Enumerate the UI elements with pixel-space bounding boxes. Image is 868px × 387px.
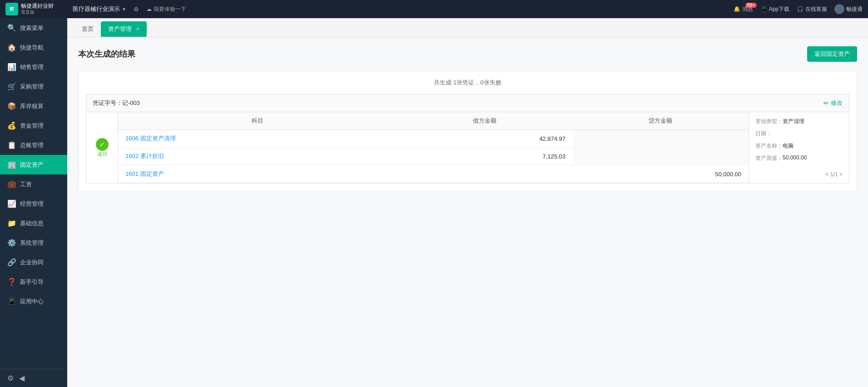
- headset-icon: 🎧: [797, 6, 804, 12]
- sidebar-item-guide[interactable]: ❓ 新手引导: [0, 272, 67, 292]
- tab-bar: 首页 资产管理 ×: [67, 18, 868, 37]
- sidebar-item-sales[interactable]: 📊 销售管理: [0, 57, 67, 77]
- sidebar-label-operations: 经营管理: [20, 200, 44, 208]
- cell-subject: 1601 固定资产: [118, 165, 397, 183]
- tab-asset-label: 资产管理: [108, 25, 132, 32]
- cell-debit: 42,874.97: [397, 130, 573, 148]
- summary-text: 共生成 1张凭证，0张失败: [434, 79, 501, 86]
- settings-icon[interactable]: ⚙: [130, 3, 143, 15]
- cell-subject: 1606 固定资产清理: [118, 130, 397, 148]
- expand-panel-button[interactable]: ⤢: [846, 46, 857, 57]
- cell-credit: 50,000.00: [573, 165, 749, 183]
- sidebar-label-quick-nav: 快捷导航: [20, 44, 44, 52]
- notifications-btn[interactable]: 🔔 消息 99+: [734, 5, 753, 13]
- sidebar-label-purchase: 采购管理: [20, 83, 44, 91]
- app-download-btn[interactable]: 📱 App下载: [760, 5, 789, 13]
- date-label: 日期：: [755, 130, 783, 138]
- cell-credit: [573, 130, 749, 148]
- cart-icon: 🛒: [7, 82, 16, 91]
- sidebar-item-inventory[interactable]: 📦 库存核算: [0, 96, 67, 116]
- sidebar-item-fixed-assets[interactable]: 🏢 固定资产: [0, 155, 67, 174]
- phone-icon: 📱: [760, 6, 767, 12]
- sidebar-label-payroll: 工资: [20, 180, 32, 189]
- side-info-asset-name: 资产名称： 电脑: [755, 142, 843, 150]
- col-debit: 借方金额: [397, 112, 573, 130]
- tab-asset-management[interactable]: 资产管理 ×: [101, 21, 147, 37]
- money-icon: 💰: [7, 121, 16, 130]
- sidebar-item-search[interactable]: 🔍 搜索菜单: [0, 18, 67, 38]
- top-bar-right: 🔔 消息 99+ 📱 App下载 🎧 在线客服 👤 畅捷通: [734, 4, 863, 14]
- settings-bottom-icon[interactable]: ⚙: [7, 374, 14, 382]
- sidebar-item-enterprise[interactable]: 🔗 企业协同: [0, 253, 67, 272]
- bell-icon: 🔔: [734, 6, 740, 12]
- sidebar-item-system[interactable]: ⚙️ 系统管理: [0, 233, 67, 253]
- user-menu[interactable]: 👤 畅捷通: [834, 4, 863, 14]
- page-title: 本次生成的结果: [78, 49, 135, 60]
- sidebar-item-operations[interactable]: 📈 经营管理: [0, 194, 67, 213]
- online-service-btn[interactable]: 🎧 在线客服: [797, 5, 827, 13]
- pagination[interactable]: < 1/1 >: [755, 171, 843, 178]
- sidebar-label-inventory: 库存核算: [20, 102, 44, 110]
- panel-controls: ✕ ⤢: [832, 46, 857, 57]
- notifications-badge: 99+: [745, 3, 757, 8]
- avatar: 👤: [834, 4, 844, 14]
- cell-credit: [573, 148, 749, 165]
- table-row: 1602 累计折旧7,125.03: [118, 148, 749, 165]
- top-bar: 财 畅捷通好业财 普及版 医疗器械行业演示 ▼ ⚙ ☁ 我要体验一下 🔔 消息 …: [0, 0, 868, 18]
- cell-debit: 7,125.03: [397, 148, 573, 165]
- folder-icon: 📁: [7, 219, 16, 228]
- logo: 财 畅捷通好业财 普及版: [5, 3, 73, 15]
- asset-name-value: 电脑: [783, 142, 794, 150]
- page-header: 本次生成的结果 返回固定资产: [78, 46, 857, 62]
- close-panel-button[interactable]: ✕: [832, 46, 843, 57]
- voucher-body: ✓ 成功 科目 借方金额 贷方金额: [86, 112, 849, 183]
- chevron-down-icon: ▼: [122, 7, 126, 12]
- sidebar-item-app-center[interactable]: 📱 应用中心: [0, 292, 67, 311]
- change-type-label: 变动类型：: [755, 118, 783, 125]
- logo-icon: 财: [5, 3, 18, 15]
- edit-voucher-button[interactable]: ✏ 修改: [823, 99, 843, 107]
- main-layout: 🔍 搜索菜单 🏠 快捷导航 📊 销售管理 🛒 采购管理 📦 库存核算 💰 资金管…: [0, 18, 868, 387]
- briefcase-icon: 💼: [7, 180, 16, 189]
- company-name: 医疗器械行业演示: [73, 5, 120, 13]
- tab-close-icon[interactable]: ×: [136, 26, 139, 32]
- sidebar-item-funds[interactable]: 💰 资金管理: [0, 116, 67, 135]
- col-credit: 贷方金额: [573, 112, 749, 130]
- sidebar-item-base-info[interactable]: 📁 基础信息: [0, 213, 67, 233]
- pagination-next[interactable]: >: [839, 171, 843, 178]
- sidebar-bottom: ⚙ ◀: [0, 369, 67, 387]
- experience-button[interactable]: ☁ 我要体验一下: [146, 5, 186, 13]
- table-row: 1601 固定资产50,000.00: [118, 165, 749, 183]
- link-icon: 🔗: [7, 258, 16, 267]
- cloud-icon: ☁: [146, 6, 152, 12]
- apps-icon: 📱: [7, 297, 16, 306]
- company-selector[interactable]: 医疗器械行业演示 ▼: [73, 5, 126, 13]
- sidebar-label-app-center: 应用中心: [20, 298, 44, 306]
- voucher-section: 凭证字号：记-003 ✏ 修改 ✓ 成功: [86, 94, 849, 184]
- pagination-label: 1/1: [830, 171, 839, 178]
- sidebar-item-ledger[interactable]: 📋 总账管理: [0, 135, 67, 155]
- cell-subject: 1602 累计折旧: [118, 148, 397, 165]
- tab-home[interactable]: 首页: [74, 21, 101, 37]
- side-info-date: 日期：: [755, 130, 843, 138]
- voucher-table-section: 科目 借方金额 贷方金额 1606 固定资产清理42,874.971602 累计…: [118, 112, 749, 183]
- success-icon: ✓: [96, 138, 109, 151]
- sidebar-item-payroll[interactable]: 💼 工资: [0, 174, 67, 194]
- sidebar-label-base-info: 基础信息: [20, 219, 44, 228]
- sidebar-item-quick-nav[interactable]: 🏠 快捷导航: [0, 38, 67, 57]
- asset-value-value: 50,000.00: [783, 154, 807, 162]
- pagination-prev[interactable]: <: [826, 171, 829, 178]
- change-type-value: 资产清理: [783, 118, 804, 125]
- app-download-label: App下载: [769, 5, 789, 13]
- collapse-sidebar-icon[interactable]: ◀: [19, 374, 25, 382]
- result-panel: 共生成 1张凭证，0张失败 凭证字号：记-003 ✏ 修改: [78, 71, 857, 191]
- voucher-table: 科目 借方金额 贷方金额 1606 固定资产清理42,874.971602 累计…: [118, 112, 749, 183]
- sidebar-label-enterprise: 企业协同: [20, 258, 44, 267]
- sidebar-label-system: 系统管理: [20, 239, 44, 247]
- success-label: 成功: [97, 151, 107, 158]
- voucher-number: 凭证字号：记-003: [93, 99, 140, 107]
- col-subject: 科目: [118, 112, 397, 130]
- sidebar-item-purchase[interactable]: 🛒 采购管理: [0, 77, 67, 96]
- side-info-panel: 变动类型： 资产清理 日期： 资产名称： 电脑: [749, 112, 849, 183]
- sidebar: 🔍 搜索菜单 🏠 快捷导航 📊 销售管理 🛒 采购管理 📦 库存核算 💰 资金管…: [0, 18, 67, 387]
